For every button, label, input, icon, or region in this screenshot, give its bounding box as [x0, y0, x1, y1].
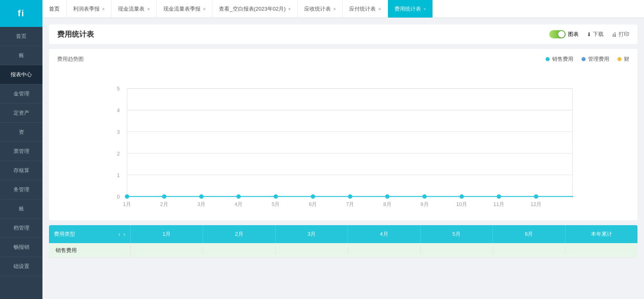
- tab-blank-report[interactable]: 查看_空白报表(2023年02月) ×: [212, 0, 298, 18]
- download-icon: ⬇: [587, 31, 591, 38]
- svg-point-23: [497, 194, 501, 199]
- chart-toggle-label: 图表: [568, 31, 579, 38]
- sidebar-item-settings[interactable]: 础设置: [0, 257, 42, 276]
- sidebar-item-home[interactable]: 首页: [0, 27, 42, 46]
- svg-point-19: [348, 194, 352, 199]
- line-chart-svg: 0 1 2 3 4 5: [57, 67, 629, 214]
- chart-wrapper: 0 1 2 3 4 5: [57, 67, 629, 214]
- sidebar-item-finance[interactable]: 金管理: [0, 84, 42, 104]
- header-actions: 图表 ⬇ 下载 🖨 打印: [549, 30, 629, 38]
- th-type: 费用类型 ‹ ›: [49, 225, 131, 243]
- legend-finance: 财: [617, 55, 629, 63]
- close-cashflow-quarterly-tab[interactable]: ×: [203, 7, 205, 11]
- page-header: 费用统计表 图表 ⬇ 下载 🖨 打印: [49, 24, 637, 44]
- legend-dot-finance: [617, 57, 622, 61]
- tab-cashflow-quarterly[interactable]: 现金流量表季报 ×: [157, 0, 212, 18]
- legend-dot-admin: [582, 57, 586, 61]
- svg-text:7月: 7月: [346, 202, 354, 207]
- td-sales-m1: [131, 247, 203, 254]
- svg-text:3月: 3月: [197, 202, 205, 207]
- th-month-5: 5月: [421, 225, 493, 243]
- svg-point-22: [459, 194, 464, 199]
- tab-cashflow[interactable]: 现金流量表 ×: [111, 0, 156, 18]
- svg-text:6月: 6月: [309, 202, 317, 207]
- svg-text:2: 2: [117, 151, 120, 157]
- tab-receivable[interactable]: 应收统计表 ×: [298, 0, 343, 18]
- svg-text:4月: 4月: [234, 202, 243, 207]
- legend-dot-sales: [546, 57, 550, 61]
- svg-text:1月: 1月: [123, 202, 131, 207]
- tab-profit[interactable]: 利润表季报 ×: [67, 0, 111, 18]
- print-button[interactable]: 🖨 打印: [612, 31, 629, 38]
- legend-label-sales: 销售费用: [552, 55, 573, 63]
- sidebar-item-reports[interactable]: 报表中心: [0, 65, 42, 84]
- sidebar-item-investment[interactable]: 资: [0, 123, 42, 142]
- sidebar-item-service[interactable]: 务管理: [0, 180, 42, 199]
- th-month-1: 1月: [131, 225, 203, 243]
- th-month-6: 6月: [493, 225, 565, 243]
- table-header-row: 费用类型 ‹ › 1月 2月 3月 4月 5月 6月 本年累计: [49, 225, 637, 243]
- svg-text:5: 5: [117, 86, 120, 92]
- chart-legend: 销售费用 管理费用 财: [546, 55, 629, 63]
- svg-text:9月: 9月: [421, 202, 429, 207]
- svg-point-17: [274, 194, 278, 199]
- download-button[interactable]: ⬇ 下载: [587, 31, 604, 38]
- expense-table: 费用类型 ‹ › 1月 2月 3月 4月 5月 6月 本年累计 销售费用: [49, 225, 637, 258]
- legend-label-admin: 管理费用: [588, 55, 609, 63]
- svg-text:2月: 2月: [160, 202, 168, 207]
- chart-toggle[interactable]: 图表: [549, 30, 579, 38]
- toggle-track[interactable]: [549, 30, 566, 38]
- sidebar-item-fixed-assets[interactable]: 定资产: [0, 104, 42, 123]
- tab-payable-stat[interactable]: 应付统计表 ×: [343, 0, 388, 18]
- toggle-thumb: [558, 31, 565, 38]
- legend-admin: 管理费用: [582, 55, 609, 63]
- sidebar-item-invoice[interactable]: 票管理: [0, 142, 42, 161]
- svg-text:8月: 8月: [383, 202, 391, 207]
- sidebar-item-archive[interactable]: 档管理: [0, 219, 42, 238]
- close-cashflow-tab[interactable]: ×: [147, 7, 149, 11]
- td-sales-m4: [348, 247, 420, 254]
- sidebar-item-cancel[interactable]: 畅报销: [0, 238, 42, 257]
- svg-point-24: [534, 194, 538, 199]
- svg-text:11月: 11月: [493, 202, 504, 207]
- svg-rect-12: [127, 89, 573, 197]
- svg-text:10月: 10月: [456, 202, 467, 207]
- sidebar: fi 首页 账 报表中心 金管理 定资产 资 票管理 存核算 务管理 账 档管理…: [0, 0, 42, 299]
- print-label: 打印: [619, 31, 629, 38]
- svg-point-14: [162, 194, 167, 199]
- svg-point-13: [125, 194, 129, 199]
- tab-home[interactable]: 首页: [42, 0, 67, 18]
- svg-text:5月: 5月: [272, 202, 280, 207]
- svg-point-15: [199, 194, 204, 199]
- svg-point-18: [311, 194, 315, 199]
- th-month-2: 2月: [203, 225, 275, 243]
- main-area: 首页 利润表季报 × 现金流量表 × 现金流量表季报 × 查看_空白报表(202…: [42, 0, 644, 299]
- sidebar-item-account[interactable]: 账: [0, 46, 42, 65]
- svg-text:0: 0: [117, 194, 120, 200]
- next-months-button[interactable]: ›: [123, 225, 125, 243]
- td-type-sales: 销售费用: [49, 244, 131, 257]
- sidebar-item-inventory[interactable]: 存核算: [0, 161, 42, 180]
- th-month-4: 4月: [348, 225, 420, 243]
- download-label: 下载: [593, 31, 604, 38]
- close-payable-stat-tab[interactable]: ×: [378, 7, 381, 11]
- sidebar-item-payable[interactable]: 账: [0, 199, 42, 219]
- td-sales-m5: [421, 247, 493, 254]
- svg-text:4: 4: [117, 108, 120, 113]
- close-receivable-tab[interactable]: ×: [333, 7, 336, 11]
- tab-expense-stat[interactable]: 费用统计表 ×: [388, 0, 433, 18]
- close-blank-report-tab[interactable]: ×: [288, 7, 291, 11]
- chart-title: 费用趋势图: [57, 55, 84, 63]
- prev-months-button[interactable]: ‹: [118, 225, 120, 243]
- th-total: 本年累计: [566, 225, 637, 243]
- chart-card-header: 费用趋势图 销售费用 管理费用 财: [57, 55, 629, 63]
- td-sales-m3: [276, 247, 348, 254]
- close-expense-stat-tab[interactable]: ×: [423, 7, 426, 11]
- tab-bar: 首页 利润表季报 × 现金流量表 × 现金流量表季报 × 查看_空白报表(202…: [42, 0, 644, 18]
- svg-point-20: [385, 194, 390, 199]
- td-sales-m6: [493, 247, 565, 254]
- svg-text:3: 3: [117, 129, 120, 135]
- close-profit-tab[interactable]: ×: [102, 7, 105, 11]
- th-month-3: 3月: [276, 225, 348, 243]
- th-type-label: 费用类型: [54, 225, 75, 243]
